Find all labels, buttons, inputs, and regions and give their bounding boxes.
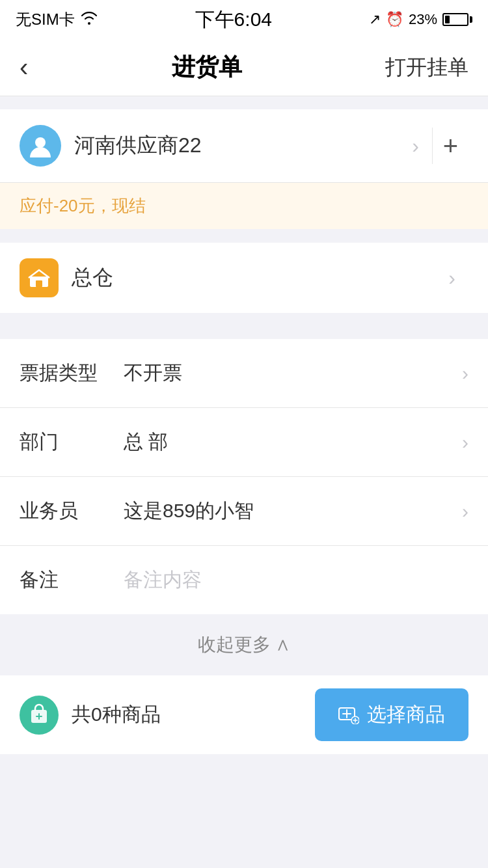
salesperson-row[interactable]: 业务员 这是859的小智 ›	[0, 477, 488, 546]
open-pending-button[interactable]: 打开挂单	[385, 53, 468, 82]
notice-bar: 应付-20元，现结	[0, 183, 488, 230]
add-supplier-button[interactable]: +	[432, 128, 468, 164]
product-icon	[20, 696, 59, 735]
supplier-avatar	[20, 125, 61, 167]
notice-text: 应付-20元，现结	[20, 196, 146, 215]
salesperson-value: 这是859的小智	[111, 498, 462, 524]
svg-rect-2	[36, 280, 42, 287]
invoice-type-label: 票据类型	[20, 360, 111, 387]
remark-row[interactable]: 备注 备注内容	[0, 546, 488, 614]
supplier-chevron-icon: ›	[412, 134, 419, 158]
section-gap-3	[0, 313, 488, 326]
alarm-icon: ⏰	[386, 11, 403, 28]
svg-point-0	[35, 137, 46, 148]
salesperson-label: 业务员	[20, 498, 111, 524]
select-product-label: 选择商品	[367, 701, 445, 728]
warehouse-section: 总仓 ›	[0, 243, 488, 313]
supplier-name: 河南供应商22	[74, 131, 412, 160]
remark-label: 备注	[20, 567, 111, 593]
product-count-label: 共0种商品	[72, 701, 302, 728]
location-icon: ↗	[369, 11, 381, 28]
department-label: 部门	[20, 429, 111, 455]
section-gap-2	[0, 230, 488, 243]
battery-label: 23%	[409, 11, 437, 28]
department-chevron-icon: ›	[462, 431, 468, 454]
salesperson-chevron-icon: ›	[462, 500, 468, 522]
collapse-row[interactable]: 收起更多 ∧	[0, 614, 488, 675]
warehouse-icon	[20, 258, 59, 297]
invoice-type-row[interactable]: 票据类型 不开票 ›	[0, 339, 488, 408]
bottom-bar: 共0种商品 选择商品	[0, 675, 488, 754]
supplier-section: 河南供应商22 › + 应付-20元，现结	[0, 109, 488, 230]
select-product-icon	[338, 706, 359, 724]
collapse-label: 收起更多 ∧	[198, 632, 291, 657]
carrier-label: 无SIM卡	[16, 9, 75, 30]
invoice-type-chevron-icon: ›	[462, 362, 468, 385]
page-title: 进货单	[172, 51, 242, 83]
warehouse-chevron-icon: ›	[448, 266, 455, 290]
gray-area	[0, 754, 488, 868]
back-button[interactable]: ‹	[20, 53, 28, 82]
supplier-row[interactable]: 河南供应商22 › +	[0, 109, 488, 183]
warehouse-name: 总仓	[72, 264, 448, 292]
department-value: 总 部	[111, 429, 462, 455]
status-bar: 无SIM卡 下午6:04 ↗ ⏰ 23%	[0, 0, 488, 39]
status-right: ↗ ⏰ 23%	[369, 11, 472, 28]
section-gap-1	[0, 96, 488, 109]
battery-icon	[442, 13, 472, 26]
invoice-type-value: 不开票	[111, 360, 462, 387]
status-left: 无SIM卡	[16, 9, 98, 30]
nav-bar: ‹ 进货单 打开挂单	[0, 39, 488, 96]
remark-input[interactable]: 备注内容	[111, 567, 468, 593]
wifi-icon	[80, 10, 98, 29]
department-row[interactable]: 部门 总 部 ›	[0, 408, 488, 477]
warehouse-row[interactable]: 总仓 ›	[0, 243, 488, 313]
select-product-button[interactable]: 选择商品	[315, 688, 468, 741]
form-section: 票据类型 不开票 › 部门 总 部 › 业务员 这是859的小智 › 备注 备注…	[0, 339, 488, 614]
status-time: 下午6:04	[195, 7, 272, 33]
